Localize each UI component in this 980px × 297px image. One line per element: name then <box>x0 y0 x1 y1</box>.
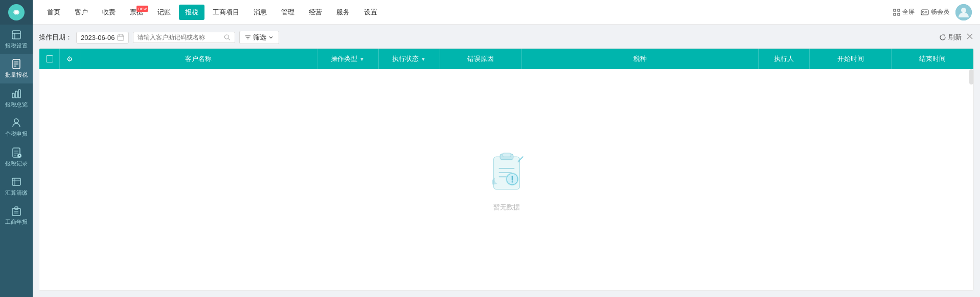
nav-piaoju[interactable]: 票据 new <box>124 5 149 20</box>
th-op-type[interactable]: 操作类型 ▼ <box>317 49 379 69</box>
sidebar-logo[interactable] <box>0 0 33 25</box>
svg-point-36 <box>961 8 966 13</box>
sidebar-item-label: 批量报税 <box>5 71 28 79</box>
sidebar: 报税设置 批量报税 报税总览 <box>0 0 33 297</box>
svg-rect-2 <box>12 31 20 39</box>
sidebar-item-label: 报税总览 <box>5 101 28 109</box>
close-icon <box>966 32 974 40</box>
sidebar-item-baoshui-jilu[interactable]: 报税记录 <box>0 142 33 172</box>
sidebar-item-huisuan-jiaona[interactable]: 汇算清缴 <box>0 172 33 201</box>
sort-icon: ▼ <box>421 56 426 62</box>
svg-rect-9 <box>12 93 14 98</box>
search-input-wrapper[interactable] <box>133 32 235 43</box>
svg-rect-37 <box>118 35 124 40</box>
th-error-reason: 错误原因 <box>440 49 522 69</box>
search-input[interactable] <box>138 34 222 41</box>
topnav-right: 全屏 畅会员 <box>893 4 972 20</box>
toolbar: 操作日期： 2023-06-06 <box>39 31 974 44</box>
filter-icon <box>245 34 251 40</box>
th-client-name: 客户名称 <box>80 49 317 69</box>
svg-rect-20 <box>12 178 20 185</box>
svg-point-57 <box>511 181 513 183</box>
nav-homepage[interactable]: 首页 <box>41 5 66 20</box>
nav-guanli[interactable]: 管理 <box>275 5 301 20</box>
settings-icon: ⚙ <box>66 55 73 63</box>
nav-gongshang-xiangmu[interactable]: 工商项目 <box>207 5 245 20</box>
empty-illustration <box>481 147 532 199</box>
geshuishenbao-icon <box>10 117 22 129</box>
nav-items: 首页 客户 收费 票据 new 记账 报税 工商项目 消息 <box>41 5 893 20</box>
user-avatar[interactable] <box>955 4 972 20</box>
scroll-track[interactable] <box>969 69 973 84</box>
avatar-icon <box>955 4 972 20</box>
th-start-time: 开始时间 <box>810 49 892 69</box>
baoshui-zongjian-icon <box>10 88 22 100</box>
refresh-button[interactable]: 刷新 <box>939 33 962 42</box>
svg-point-32 <box>922 11 924 13</box>
sidebar-item-label: 报税记录 <box>5 160 28 167</box>
gongshang-nianbao-icon <box>10 205 22 217</box>
member-icon <box>921 8 929 16</box>
main-area: 首页 客户 收费 票据 new 记账 报税 工商项目 消息 <box>33 0 980 297</box>
th-executor: 执行人 <box>759 49 810 69</box>
header-checkbox[interactable] <box>46 55 53 62</box>
sidebar-item-piliang-baoshui[interactable]: 批量报税 <box>0 54 33 83</box>
sidebar-item-baoshui-shezhi[interactable]: 报税设置 <box>0 25 33 54</box>
nav-customer[interactable]: 客户 <box>69 5 94 20</box>
th-taxtype-label: 税种 <box>633 54 647 63</box>
sidebar-item-geshuishenbao[interactable]: 个税申报 <box>0 113 33 142</box>
sidebar-item-label: 个税申报 <box>5 130 28 138</box>
baoshui-shezhi-icon <box>10 29 22 41</box>
table-body: 暂无数据 <box>39 69 973 290</box>
svg-rect-50 <box>502 153 510 157</box>
svg-point-41 <box>224 35 229 39</box>
svg-rect-30 <box>898 13 900 15</box>
piliang-baoshui-icon <box>10 58 22 70</box>
piaoju-badge: new <box>136 6 148 12</box>
svg-line-42 <box>228 38 230 40</box>
th-executor-label: 执行人 <box>774 54 794 63</box>
th-exec-status[interactable]: 执行状态 ▼ <box>379 49 440 69</box>
date-input[interactable]: 2023-06-06 <box>76 32 129 44</box>
th-client-label: 客户名称 <box>185 54 212 63</box>
svg-rect-10 <box>15 91 17 98</box>
empty-state: 暂无数据 <box>481 147 532 212</box>
svg-rect-11 <box>18 90 20 98</box>
table-header: ⚙ 客户名称 操作类型 ▼ 执行状态 ▼ 错误原因 <box>39 49 973 69</box>
sidebar-item-label: 工商年报 <box>5 218 28 226</box>
nav-shezhi[interactable]: 设置 <box>358 5 383 20</box>
refresh-icon <box>939 34 946 41</box>
th-end-time: 结束时间 <box>892 49 973 69</box>
huisuan-jiaona-icon <box>10 176 22 188</box>
chevron-down-icon <box>268 35 274 40</box>
date-value: 2023-06-06 <box>81 34 115 41</box>
th-settings[interactable]: ⚙ <box>60 49 80 69</box>
refresh-label: 刷新 <box>948 33 962 42</box>
filter-button[interactable]: 筛选 <box>239 31 279 44</box>
member-btn[interactable]: 畅会员 <box>921 8 949 16</box>
close-button[interactable] <box>966 32 974 43</box>
th-checkbox[interactable] <box>39 49 60 69</box>
sidebar-item-label: 汇算清缴 <box>5 189 28 197</box>
nav-baoshui[interactable]: 报税 <box>179 5 204 20</box>
sidebar-item-gongshang-nianbao[interactable]: 工商年报 <box>0 201 33 230</box>
nav-fuwu[interactable]: 服务 <box>330 5 356 20</box>
svg-point-12 <box>14 119 18 123</box>
nav-jizhang[interactable]: 记账 <box>151 5 177 20</box>
th-optype-label: 操作类型 <box>331 54 357 63</box>
sort-icon: ▼ <box>359 56 364 62</box>
fullscreen-btn[interactable]: 全屏 <box>893 8 915 16</box>
svg-rect-27 <box>894 9 896 11</box>
svg-rect-29 <box>894 13 896 15</box>
nav-shoufei[interactable]: 收费 <box>96 5 122 20</box>
svg-point-1 <box>15 11 18 14</box>
nav-jingying[interactable]: 经营 <box>303 5 328 20</box>
th-starttime-label: 开始时间 <box>837 54 864 63</box>
nav-xiaoxi[interactable]: 消息 <box>247 5 273 20</box>
sidebar-item-baoshui-zongjian[interactable]: 报税总览 <box>0 83 33 113</box>
logo-icon <box>8 4 25 20</box>
table-container: ⚙ 客户名称 操作类型 ▼ 执行状态 ▼ 错误原因 <box>39 48 974 291</box>
th-tax-type: 税种 <box>522 49 759 69</box>
fullscreen-icon <box>893 9 900 16</box>
toolbar-right: 刷新 <box>939 32 974 43</box>
